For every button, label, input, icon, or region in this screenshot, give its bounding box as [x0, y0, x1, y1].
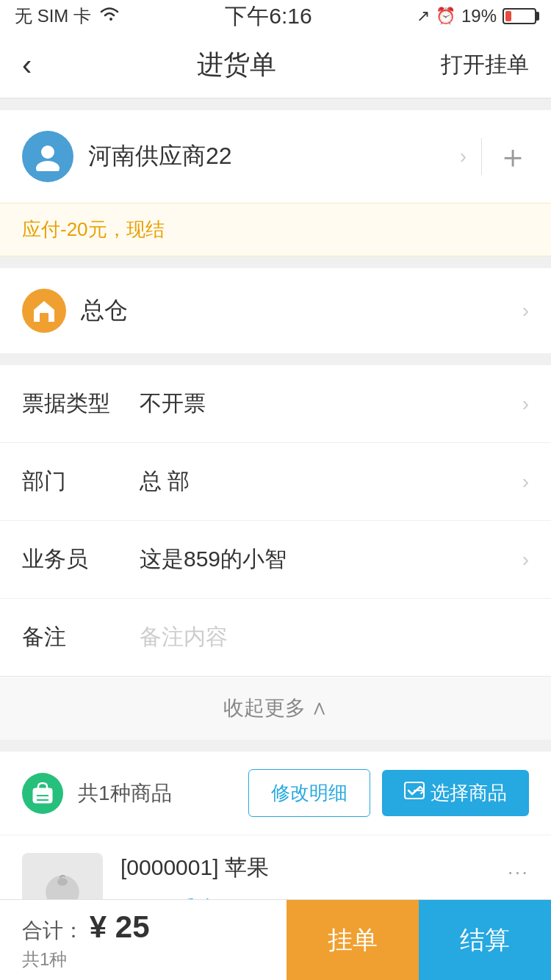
svg-point-1 [36, 161, 60, 171]
status-time: 下午6:16 [225, 1, 311, 32]
total-count: 共1种 [22, 948, 264, 971]
product-header: 共1种商品 修改明细 选择商品 [0, 752, 551, 835]
staff-chevron-icon: › [522, 548, 529, 572]
product-more-button[interactable]: ··· [508, 860, 529, 884]
location-icon: ↗ [417, 7, 430, 26]
total-section: 合计： ¥ 25 共1种 [0, 909, 287, 971]
back-button[interactable]: ‹ [22, 48, 32, 82]
warehouse-icon [22, 289, 66, 333]
open-hang-button[interactable]: 打开挂单 [441, 50, 529, 80]
checkout-button[interactable]: 结算 [419, 900, 551, 981]
remark-row[interactable]: 备注 备注内容 [0, 598, 551, 676]
svg-point-7 [57, 878, 68, 886]
product-code: [0000001] [120, 855, 225, 879]
staff-value: 这是859的小智 [125, 544, 522, 574]
collapse-text: 收起更多 ∧ [223, 694, 328, 722]
svg-rect-2 [40, 313, 48, 322]
dept-label: 部门 [22, 466, 125, 497]
invoice-label: 票据类型 [22, 389, 125, 419]
form-section: 票据类型 不开票 › 部门 总 部 › 业务员 这是859的小智 › 备注 备注… [0, 365, 551, 740]
remark-label: 备注 [22, 622, 125, 652]
product-count-text: 共1种商品 [78, 779, 248, 807]
hang-button[interactable]: 挂单 [287, 900, 419, 981]
chevron-right-icon: › [460, 145, 467, 168]
warehouse-name: 总仓 [81, 295, 522, 327]
total-amount: ¥ 25 [90, 909, 150, 944]
dept-row[interactable]: 部门 总 部 › [0, 442, 551, 520]
product-count-icon [22, 773, 63, 814]
supplier-avatar [22, 131, 73, 182]
svg-marker-3 [34, 301, 54, 310]
status-left: 无 SIM 卡 [15, 4, 120, 28]
total-label: 合计： [22, 919, 84, 942]
select-product-label: 选择商品 [431, 780, 507, 806]
nav-bar: ‹ 进货单 打开挂单 [0, 32, 551, 98]
staff-label: 业务员 [22, 544, 125, 574]
product-title: 苹果 [225, 855, 269, 879]
edit-detail-button[interactable]: 修改明细 [248, 769, 370, 817]
battery-icon [503, 8, 536, 24]
dept-value: 总 部 [125, 466, 522, 497]
invoice-row[interactable]: 票据类型 不开票 › [0, 365, 551, 442]
carrier-text: 无 SIM 卡 [15, 4, 91, 28]
supplier-name: 河南供应商22 [88, 140, 460, 173]
gap [0, 98, 551, 110]
supplier-section: 河南供应商22 › ＋ 应付-20元，现结 [0, 110, 551, 256]
staff-row[interactable]: 业务员 这是859的小智 › [0, 520, 551, 598]
bottom-bar: 合计： ¥ 25 共1种 挂单 结算 [0, 899, 551, 980]
invoice-value: 不开票 [125, 389, 522, 419]
warehouse-section: 总仓 › [0, 268, 551, 353]
wifi-icon [98, 6, 120, 26]
notice-bar: 应付-20元，现结 [0, 203, 551, 256]
invoice-chevron-icon: › [522, 392, 529, 416]
total-row: 合计： ¥ 25 [22, 909, 264, 945]
add-supplier-button[interactable]: ＋ [497, 135, 529, 179]
status-bar: 无 SIM 卡 下午6:16 ↗ ⏰ 19% [0, 0, 551, 32]
product-name: [0000001] 苹果 [120, 853, 508, 883]
collapse-button[interactable]: 收起更多 ∧ [0, 676, 551, 740]
page-title: 进货单 [197, 47, 276, 83]
svg-point-0 [41, 145, 54, 159]
status-right: ↗ ⏰ 19% [417, 6, 536, 26]
divider [481, 138, 482, 175]
battery-percent: 19% [461, 6, 497, 26]
dept-chevron-icon: › [522, 470, 529, 494]
warehouse-chevron-icon: › [522, 299, 529, 323]
supplier-row[interactable]: 河南供应商22 › ＋ [0, 110, 551, 203]
select-product-button[interactable]: 选择商品 [382, 770, 529, 816]
warehouse-row[interactable]: 总仓 › [0, 268, 551, 353]
remark-input[interactable]: 备注内容 [125, 622, 529, 652]
select-product-icon [404, 782, 425, 804]
alarm-icon: ⏰ [436, 7, 455, 26]
